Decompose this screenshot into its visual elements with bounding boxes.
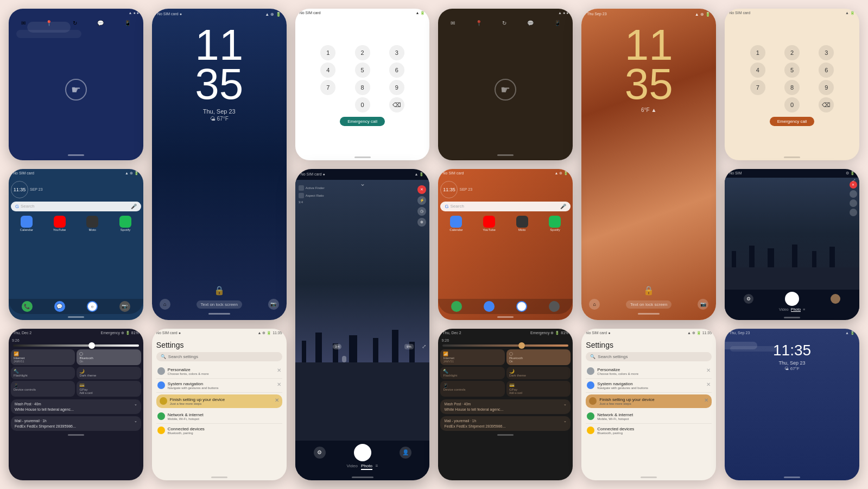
app-messages-p7[interactable]: 💬 xyxy=(54,301,65,312)
settings-item-setup-p12[interactable]: Finish setting up your device Just a few… xyxy=(156,394,282,408)
phone-video-small: No SIM ⚙ 🔋 ✕ ⤢ xyxy=(725,169,859,321)
pin-warm-btn-2[interactable]: 2 xyxy=(784,45,800,60)
pin-btn-2[interactable]: 2 xyxy=(355,45,370,60)
camera-flip-sm[interactable] xyxy=(831,294,840,304)
settings-title-p14: Settings xyxy=(586,341,712,349)
fingerprint-icon-p4[interactable]: ☛ xyxy=(495,79,516,101)
status-sim-p2: No SIM card ● xyxy=(157,12,182,17)
app-camera-p9[interactable] xyxy=(549,301,560,312)
more-tab-sm[interactable]: ≡ xyxy=(803,308,805,312)
qs-flashlight-p13[interactable]: 🔦Flashlight xyxy=(440,367,504,379)
app-phone-p7[interactable]: 📞 xyxy=(22,301,33,312)
quick-icon-2[interactable]: ⚡ xyxy=(417,196,426,205)
camera-shutter-sm[interactable] xyxy=(785,292,799,306)
quick-icon-sm-3[interactable] xyxy=(850,199,857,207)
settings-item-network-p12[interactable]: Network & internet Mobile, Wi-Fi, hotspo… xyxy=(156,410,282,424)
status-time-p12: No SIM card ● xyxy=(156,331,181,335)
app-chrome-p7[interactable]: ○ xyxy=(87,301,98,312)
pin-warm-btn-3[interactable]: 3 xyxy=(819,45,834,60)
lock-weather-p2: 🌤 67°F xyxy=(210,116,229,122)
pin-warm-btn-5[interactable]: 5 xyxy=(784,62,800,78)
qs-devicectrl-p11[interactable]: 📱Device controls xyxy=(11,381,75,397)
pin-btn-6[interactable]: 6 xyxy=(389,62,404,78)
qs-devicectrl-p13[interactable]: 📱Device controls xyxy=(440,381,504,397)
camera-settings-sm[interactable]: ⚙ xyxy=(744,294,753,304)
pin-warm-btn-6[interactable]: 6 xyxy=(819,62,834,78)
status-icons-p6: ▲ 🔋 xyxy=(845,11,855,15)
settings-item-personalize-p12[interactable]: Personalize Choose fonts, colors & more … xyxy=(156,365,282,379)
status-icons-p13: Emergency ⊕ 🔋 81% xyxy=(530,331,568,335)
quick-icon-3[interactable]: ◷ xyxy=(417,207,426,216)
pin-btn-3[interactable]: 3 xyxy=(389,45,404,60)
quick-icon-1[interactable]: ✕ xyxy=(417,185,426,194)
settings-item-connected-p12[interactable]: Connected devices Bluetooth, pairing xyxy=(156,424,282,437)
settings-item-network-p14[interactable]: Network & internet Mobile, Wi-Fi, hotspo… xyxy=(586,410,712,424)
emergency-call-btn-p3[interactable]: Emergency call xyxy=(340,117,385,126)
settings-search-p14[interactable]: 🔍Search settings xyxy=(586,352,712,361)
emergency-call-btn-p6[interactable]: Emergency call xyxy=(770,117,815,126)
status-icons-p7: ▲ ⊕ 🔋 xyxy=(125,171,139,175)
app-chrome-p9[interactable] xyxy=(516,301,527,312)
settings-search-p12[interactable]: 🔍Search settings xyxy=(156,352,282,361)
camera-settings-btn[interactable]: ⚙ xyxy=(314,447,326,459)
google-search-bar-p7[interactable]: G Search 🎤 xyxy=(11,202,141,211)
pin-warm-btn-1[interactable]: 1 xyxy=(750,45,765,60)
pin-btn-7[interactable]: 7 xyxy=(320,80,335,95)
google-search-bar-p9[interactable]: G Search 🎤 xyxy=(440,202,571,211)
pin-btn-del[interactable]: ⌫ xyxy=(389,97,404,112)
video-mode-tab[interactable]: Video xyxy=(347,463,358,470)
app-phone-p9[interactable] xyxy=(451,301,462,312)
status-time-p9: No SIM card xyxy=(442,171,464,175)
qs-bluetooth-p11[interactable]: ⬡BluetoothOn xyxy=(77,349,141,365)
settings-item-navigation-p14[interactable]: System navigation Navigate with gestures… xyxy=(586,379,712,393)
quick-icon-4[interactable]: ⊕ xyxy=(417,218,426,227)
camera-btn-p5[interactable]: 📷 xyxy=(698,299,708,310)
app-camera-p7[interactable]: 📷 xyxy=(119,301,130,312)
settings-item-setup-p14[interactable]: Finish setting up your device Just a few… xyxy=(586,394,712,408)
video-tab-sm[interactable]: Video xyxy=(779,308,789,312)
more-mode-tab[interactable]: ≡ xyxy=(376,463,378,470)
pin-btn-4[interactable]: 4 xyxy=(320,62,335,78)
status-sim-p6: No SIM card xyxy=(729,11,750,15)
pin-warm-btn-8[interactable]: 8 xyxy=(784,80,800,95)
quick-icon-sm-4[interactable] xyxy=(850,209,857,216)
status-sim-p5: Thu Sep 23 xyxy=(587,12,606,17)
status-date-p11: Thu, Dec 2 xyxy=(13,331,31,335)
settings-item-connected-p14[interactable]: Connected devices Bluetooth, pairing xyxy=(586,424,712,437)
pin-btn-5[interactable]: 5 xyxy=(355,62,370,78)
photo-tab-sm[interactable]: Photo xyxy=(791,308,801,312)
qs-gpay-p13[interactable]: 💳GPayAdd a card xyxy=(506,381,571,397)
photo-mode-tab[interactable]: Photo xyxy=(361,463,372,470)
fingerprint-icon-p1[interactable]: ☛ xyxy=(65,79,87,101)
pin-warm-btn-7[interactable]: 7 xyxy=(750,80,765,95)
text-on-lock-p5[interactable]: Text on lock screen xyxy=(626,300,671,309)
settings-item-personalize-p14[interactable]: Personalize Choose fonts, colors & more … xyxy=(586,365,712,379)
qs-bluetooth-p13[interactable]: ⬡BluetoothOn xyxy=(506,349,571,365)
pin-btn-1[interactable]: 1 xyxy=(320,45,335,60)
text-on-lock-p2[interactable]: Text on lock screen xyxy=(197,300,242,309)
camera-btn-p2[interactable]: 📷 xyxy=(268,299,279,310)
pin-warm-btn-9[interactable]: 9 xyxy=(819,80,834,95)
qs-gpay-p11[interactable]: 💳GPayAdd a card xyxy=(77,381,141,397)
pin-btn-9[interactable]: 9 xyxy=(389,80,404,95)
pin-warm-btn-4[interactable]: 4 xyxy=(750,62,765,78)
qs-darktheme-p11[interactable]: 🌙Dark theme xyxy=(77,367,141,379)
camera-flip-btn[interactable]: 👤 xyxy=(400,447,411,459)
pin-btn-8[interactable]: 8 xyxy=(355,80,370,95)
qs-internet-p13[interactable]: 📶InternetJAMVS1 xyxy=(440,349,504,365)
home-btn-p2[interactable]: ⌂ xyxy=(160,299,170,310)
qs-internet-p11[interactable]: 📶InternetJAMVS1 xyxy=(11,349,75,365)
notif-card-1-p13: Mash Post · 40m⌄ White House to tell fed… xyxy=(440,399,571,414)
settings-item-navigation-p12[interactable]: System navigation Navigate with gestures… xyxy=(156,379,282,393)
pin-btn-0[interactable]: 0 xyxy=(355,97,370,112)
pin-warm-btn-0[interactable]: 0 xyxy=(784,97,800,112)
expand-icon[interactable]: ⤢ xyxy=(422,343,426,349)
pin-warm-btn-del[interactable]: ⌫ xyxy=(819,97,834,112)
app-messages-p9[interactable] xyxy=(484,301,495,312)
qs-darktheme-p13[interactable]: 🌙Dark theme xyxy=(506,367,571,379)
lock-icon-p5: 🔒 xyxy=(643,285,654,296)
camera-shutter-btn[interactable] xyxy=(354,444,371,461)
quick-icon-sm-2[interactable] xyxy=(850,190,857,198)
qs-flashlight-p11[interactable]: 🔦Flashlight xyxy=(11,367,75,379)
home-btn-p5[interactable]: ⌂ xyxy=(589,299,600,310)
